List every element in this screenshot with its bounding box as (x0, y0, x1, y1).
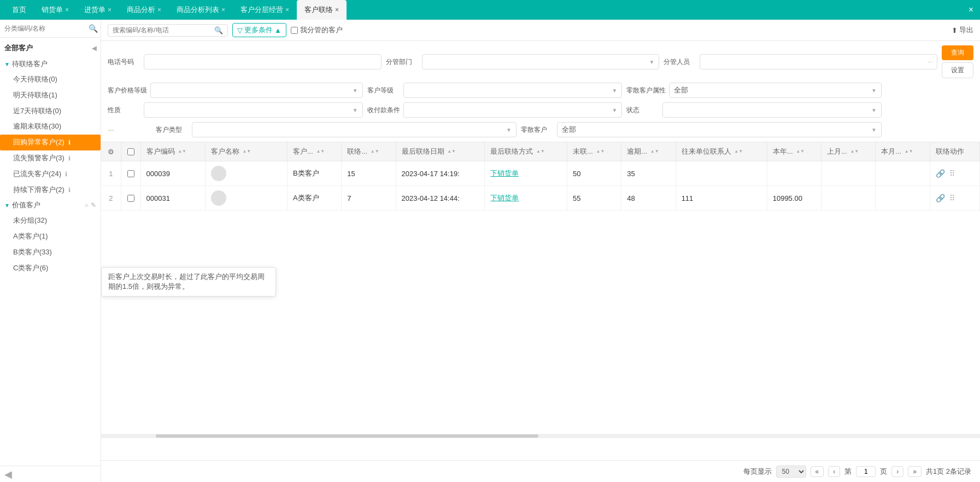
filter-retail-customer-select[interactable]: 全部 ▼ (557, 122, 882, 137)
nav-close-product-list[interactable]: × (221, 6, 225, 14)
sidebar-search-input[interactable] (4, 25, 86, 32)
sidebar-churned[interactable]: 已流失客户(24) ℹ (0, 166, 101, 182)
next-page-button[interactable]: › (891, 466, 903, 477)
settings-icon[interactable]: ✎ (91, 201, 96, 209)
search-input[interactable] (113, 26, 214, 34)
sidebar-search-icon[interactable]: 🔍 (89, 24, 98, 33)
td-code-0: 000039 (140, 161, 205, 186)
retail-customer-chevron: ▼ (871, 127, 877, 133)
last-page-button[interactable]: » (908, 466, 922, 477)
filter-retail-attr-select[interactable]: 全部 ▼ (669, 83, 882, 98)
sidebar-a-customers[interactable]: A类客户(1) (0, 229, 101, 245)
filter-nature-select[interactable]: ▼ (144, 102, 363, 118)
scrollbar-thumb[interactable] (156, 434, 538, 438)
page-input[interactable] (856, 466, 876, 477)
sidebar-repurchase-anomaly[interactable]: 回购异常客户(2) ℹ (0, 135, 101, 150)
nav-close-customer-contact[interactable]: × (335, 6, 339, 14)
select-all-checkbox[interactable] (127, 148, 134, 155)
sidebar-content: 全部客户 ◀ ▼ 待联络客户 今天待联络(0) 明天待联络(1) 近7天待联络(… (0, 38, 101, 466)
sidebar-7day-pending[interactable]: 近7天待联络(0) (0, 103, 101, 119)
td-actions-0: 🔗 ⠿ (930, 161, 979, 186)
filter-manager-select[interactable]: ··· (700, 54, 937, 69)
window-close-button[interactable]: × (969, 5, 973, 15)
filter-customer-grade-select[interactable]: ▼ (403, 83, 623, 98)
th-overdue[interactable]: 逾期... ▲▼ (621, 142, 676, 161)
action-link-icon-0[interactable]: 🔗 (936, 169, 945, 178)
nav-product-analysis-list[interactable]: 商品分析列表 × (169, 0, 233, 20)
th-settings[interactable]: ⚙ (101, 142, 121, 161)
my-customers-checkbox-wrap: 我分管的客户 (291, 25, 343, 35)
query-button[interactable]: 查询 (942, 45, 973, 60)
th-contact-count[interactable]: 联络... ▲▼ (342, 142, 396, 161)
td-overdue-0: 35 (621, 161, 676, 186)
nav-purchase-order[interactable]: 进货单 × (77, 0, 119, 20)
table-settings-icon[interactable]: ⚙ (108, 148, 114, 156)
filter-dept-select[interactable]: ▼ (422, 54, 660, 69)
filter-customer-type-select[interactable]: ▼ (192, 122, 517, 137)
filter-manager: 分管人员 ··· (664, 54, 937, 69)
th-checkbox (121, 142, 140, 161)
nav-close-purchase[interactable]: × (108, 6, 112, 14)
horizontal-scrollbar[interactable] (101, 434, 980, 438)
sidebar-today-pending[interactable]: 今天待联络(0) (0, 72, 101, 88)
th-last-contact-method[interactable]: 最后联络方式 ▲▼ (485, 142, 567, 161)
th-customer-name[interactable]: 客户名称 ▲▼ (205, 142, 287, 161)
sidebar-churn-warning[interactable]: 流失预警客户(3) ℹ (0, 150, 101, 166)
th-customer-code[interactable]: 客户编码 ▲▼ (140, 142, 205, 161)
sidebar-overdue-pending[interactable]: 逾期未联络(30) (0, 119, 101, 135)
nav-customer-segmentation[interactable]: 客户分层经营 × (233, 0, 297, 20)
pagination-bar: 每页显示 50 20 100 « ‹ 第 页 › » 共1页 2条记录 (101, 460, 980, 482)
nav-home[interactable]: 首页 (4, 0, 34, 20)
settings-button[interactable]: 设置 (942, 62, 973, 78)
filter-more-dots[interactable]: ··· (108, 125, 114, 134)
retail-attr-chevron: ▼ (871, 88, 877, 94)
per-page-select[interactable]: 50 20 100 (776, 466, 806, 478)
th-contacts[interactable]: 往来单位联系人 ▲▼ (676, 142, 767, 161)
nav-product-analysis[interactable]: 商品分析 × (119, 0, 169, 20)
nav-customer-contact[interactable]: 客户联络 × (297, 0, 347, 20)
action-more-icon-1[interactable]: ⠿ (949, 194, 955, 202)
th-customer-type[interactable]: 客户... ▲▼ (287, 142, 341, 161)
th-last-contact-date[interactable]: 最后联络日期 ▲▼ (396, 142, 485, 161)
filter-price-grade-select[interactable]: ▼ (150, 83, 363, 98)
sidebar-pending-contact-section[interactable]: ▼ 待联络客户 (0, 56, 101, 72)
first-page-button[interactable]: « (811, 466, 824, 477)
filter-status: 状态 ▼ (626, 102, 882, 118)
th-this-month[interactable]: 本月... ▲▼ (876, 142, 930, 161)
search-icon[interactable]: 🔍 (214, 26, 223, 34)
nav-close-product-analysis[interactable]: × (157, 6, 161, 14)
page-label: 第 (844, 467, 852, 477)
th-last-month[interactable]: 上月... ▲▼ (821, 142, 875, 161)
nav-close-customer-seg[interactable]: × (285, 6, 289, 14)
sidebar-scroll-left[interactable]: ◀ (4, 468, 12, 480)
sidebar-collapse-icon[interactable]: ◀ (92, 45, 96, 52)
th-year-amount[interactable]: 本年... ▲▼ (767, 142, 821, 161)
nav-sales-order[interactable]: 销货单 × (34, 0, 77, 20)
sidebar-all-customers[interactable]: 全部客户 ◀ (0, 40, 101, 56)
filter-payment-select[interactable]: ▼ (403, 102, 623, 118)
my-customers-checkbox[interactable] (291, 27, 298, 34)
th-uncontacted[interactable]: 未联... ▲▼ (567, 142, 621, 161)
filter-phone-input[interactable] (144, 54, 382, 69)
filter-status-select[interactable]: ▼ (662, 102, 882, 118)
th-actions: 联络动作 (930, 142, 979, 161)
sidebar-declining[interactable]: 持续下滑客户(2) ℹ (0, 182, 101, 198)
row-checkbox-0[interactable] (127, 170, 134, 177)
sidebar-value-customers-section[interactable]: ▼ 价值客户 ○ ✎ (0, 198, 101, 213)
more-conditions-button[interactable]: ▽ 更多条件 ▲ (232, 23, 286, 37)
action-more-icon-0[interactable]: ⠿ (949, 169, 955, 178)
filter-row-2: 客户价格等级 ▼ 客户等级 ▼ 零散客户属性 全部 (108, 83, 973, 98)
row-checkbox-1[interactable] (127, 195, 134, 202)
td-this-month-1 (876, 186, 930, 211)
sort-icon-date: ▲▼ (447, 150, 456, 153)
sidebar-tomorrow-pending[interactable]: 明天待联络(1) (0, 88, 101, 103)
prev-page-button[interactable]: ‹ (828, 466, 840, 477)
nav-close-sales[interactable]: × (65, 6, 69, 14)
sidebar-b-customers[interactable]: B类客户(33) (0, 245, 101, 260)
export-button[interactable]: ⬆ 导出 (952, 25, 973, 35)
sidebar-ungrouped[interactable]: 未分组(32) (0, 213, 101, 229)
filter-payment-label: 收付款条件 (367, 106, 400, 115)
edit-icon[interactable]: ○ (85, 201, 89, 209)
sidebar-c-customers[interactable]: C类客户(6) (0, 260, 101, 276)
action-link-icon-1[interactable]: 🔗 (936, 194, 945, 202)
